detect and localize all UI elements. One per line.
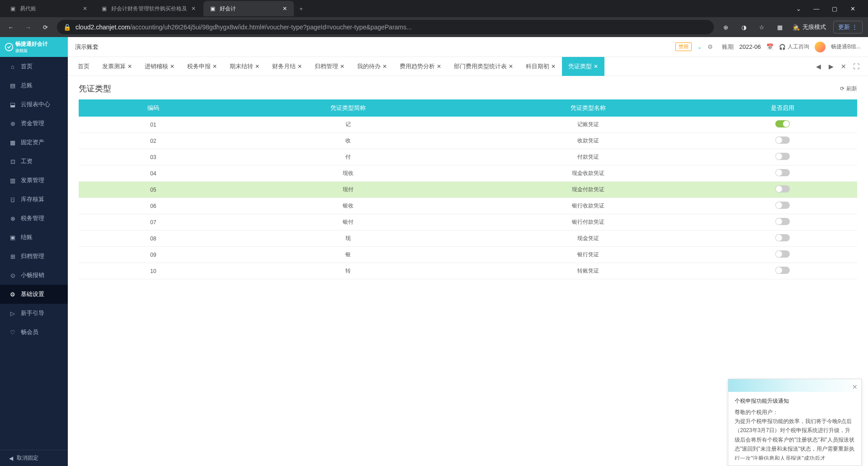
table-row: 02 收 收款凭证 xyxy=(79,133,857,149)
page-tab-0[interactable]: 首页 xyxy=(71,57,96,76)
tabs-prev-button[interactable]: ◀ xyxy=(814,62,823,71)
back-button[interactable]: ← xyxy=(5,22,16,33)
sidebar-item-money[interactable]: ⊛资金管理 xyxy=(0,114,68,133)
calendar-icon[interactable]: 📅 xyxy=(766,43,774,50)
tabs-close-all-button[interactable]: ✕ xyxy=(839,62,848,71)
zoom-icon[interactable]: ⊕ xyxy=(720,22,731,33)
sidebar-item-label: 归档管理 xyxy=(21,252,44,260)
page-tab-close-icon[interactable]: ✕ xyxy=(437,63,441,70)
page-tab-close-icon[interactable]: ✕ xyxy=(594,63,598,70)
page-tab-5[interactable]: 财务月结✕ xyxy=(266,57,308,76)
sidebar-item-tax[interactable]: ⊗税务管理 xyxy=(0,209,68,228)
page-tab-11[interactable]: 凭证类型✕ xyxy=(562,57,604,76)
disable-badge: 禁用 xyxy=(675,42,692,51)
consult-link[interactable]: 🎧 人工咨询 xyxy=(779,43,809,51)
page-tab-4[interactable]: 期末结转✕ xyxy=(223,57,266,76)
enable-toggle[interactable] xyxy=(775,218,790,225)
page-tab-label: 发票测算 xyxy=(102,62,126,71)
sidebar-item-report[interactable]: ⊙小畅报销 xyxy=(0,266,68,285)
reload-button[interactable]: ⟳ xyxy=(40,22,51,33)
tabs-fullscreen-button[interactable]: ⛶ xyxy=(852,62,861,71)
page-tab-close-icon[interactable]: ✕ xyxy=(382,63,387,70)
enable-toggle[interactable] xyxy=(775,202,790,209)
cell-enable xyxy=(708,263,857,279)
sidebar-item-archive[interactable]: ⊞归档管理 xyxy=(0,247,68,266)
page-tab-9[interactable]: 部门费用类型统计表✕ xyxy=(448,57,519,76)
enable-toggle[interactable] xyxy=(775,250,790,258)
page-tab-close-icon[interactable]: ✕ xyxy=(297,63,302,70)
enable-toggle[interactable] xyxy=(775,185,790,193)
cell-short: 现 xyxy=(228,231,468,247)
user-avatar[interactable] xyxy=(815,42,826,52)
pin-toggle[interactable]: ◀ 取消固定 xyxy=(0,450,68,466)
address-bar-icons: ⊕ ◑ ☆ ▦ 🕵 无痕模式 更新 ⋮ xyxy=(720,21,863,33)
minimize-button[interactable]: — xyxy=(812,4,821,13)
enable-toggle[interactable] xyxy=(775,169,790,176)
tax-icon: ⊗ xyxy=(9,215,16,222)
sidebar-item-vip[interactable]: ♡畅会员 xyxy=(0,323,68,342)
sidebar-item-close-book[interactable]: ▣结账 xyxy=(0,228,68,247)
page-tab-7[interactable]: 我的待办✕ xyxy=(351,57,393,76)
enable-toggle[interactable] xyxy=(775,120,790,127)
home-icon: ⌂ xyxy=(9,63,16,70)
tab-close-icon[interactable]: ✕ xyxy=(81,5,89,12)
close-window-button[interactable]: ✕ xyxy=(848,4,857,13)
page-tab-close-icon[interactable]: ✕ xyxy=(340,63,344,70)
notice-close-button[interactable]: ✕ xyxy=(852,382,858,393)
tab-title: 好会计财务管理软件购买价格及 xyxy=(111,5,187,13)
sidebar-item-home[interactable]: ⌂首页 xyxy=(0,57,68,76)
sidebar-item-label: 基础设置 xyxy=(21,290,44,298)
sidebar-item-chart[interactable]: ⬓云报表中心 xyxy=(0,95,68,114)
sidebar-item-salary[interactable]: ⊡工资 xyxy=(0,152,68,171)
page-tab-1[interactable]: 发票测算✕ xyxy=(96,57,138,76)
update-button[interactable]: 更新 ⋮ xyxy=(833,21,863,33)
extensions-icon[interactable]: ▦ xyxy=(774,22,785,33)
extension-icon[interactable]: ◑ xyxy=(738,22,749,33)
new-tab-button[interactable]: + xyxy=(295,2,307,15)
sidebar-item-label: 工资 xyxy=(21,157,33,165)
browser-tab-2[interactable]: ▣好会计✕ xyxy=(203,1,294,16)
enable-toggle[interactable] xyxy=(775,234,790,241)
enable-toggle[interactable] xyxy=(775,137,790,144)
guide-icon: ▷ xyxy=(9,310,16,317)
tab-close-icon[interactable]: ✕ xyxy=(190,5,197,12)
cell-short: 记 xyxy=(228,117,468,133)
sidebar-item-invoice[interactable]: ▥发票管理 xyxy=(0,171,68,190)
notice-body: 为提升个税申报功能的效率，我们将于今晚9点后（2023年3月7日）对个税申报系统… xyxy=(735,417,855,460)
sidebar-item-asset[interactable]: ▦固定资产 xyxy=(0,133,68,152)
tab-close-icon[interactable]: ✕ xyxy=(281,5,288,12)
sidebar-item-stock[interactable]: ⌼库存核算 xyxy=(0,190,68,209)
sidebar-item-guide[interactable]: ▷新手引导 xyxy=(0,304,68,323)
page-tab-close-icon[interactable]: ✕ xyxy=(255,63,259,70)
window-dropdown-icon[interactable]: ⌄ xyxy=(794,4,803,13)
page-tab-close-icon[interactable]: ✕ xyxy=(127,63,132,70)
url-input[interactable]: 🔒 cloud2.chanjet.com/accounting/uh26t264… xyxy=(57,20,714,34)
maximize-button[interactable]: ▢ xyxy=(830,4,839,13)
page-tab-8[interactable]: 费用趋势分析✕ xyxy=(393,57,448,76)
address-bar: ← → ⟳ 🔒 cloud2.chanjet.com/accounting/uh… xyxy=(0,17,868,37)
page-tab-close-icon[interactable]: ✕ xyxy=(551,63,556,70)
sidebar-item-settings[interactable]: ⚙基础设置 xyxy=(0,285,68,304)
page-tab-10[interactable]: 科目期初✕ xyxy=(519,57,562,76)
page-tab-6[interactable]: 归档管理✕ xyxy=(308,57,351,76)
cell-code: 10 xyxy=(79,263,228,279)
settings-icon[interactable]: ⚙ xyxy=(708,43,713,50)
tabs-next-button[interactable]: ▶ xyxy=(826,62,835,71)
page-tab-3[interactable]: 税务申报✕ xyxy=(181,57,223,76)
page-tab-close-icon[interactable]: ✕ xyxy=(509,63,513,70)
account-dropdown[interactable]: ⌄ xyxy=(697,43,702,50)
page-tab-2[interactable]: 进销稽核✕ xyxy=(138,57,181,76)
page-tab-close-icon[interactable]: ✕ xyxy=(170,63,175,70)
enable-toggle[interactable] xyxy=(775,267,790,274)
refresh-button[interactable]: ⟳ 刷新 xyxy=(840,85,857,93)
window-controls: ⌄ — ▢ ✕ xyxy=(787,4,864,13)
sidebar-menu: ⌂首页▤总账⬓云报表中心⊛资金管理▦固定资产⊡工资▥发票管理⌼库存核算⊗税务管理… xyxy=(0,57,68,450)
enable-toggle[interactable] xyxy=(775,153,790,160)
browser-tab-1[interactable]: ▣好会计财务管理软件购买价格及✕ xyxy=(95,1,203,16)
browser-tab-0[interactable]: ▣易代账✕ xyxy=(4,1,94,16)
forward-button[interactable]: → xyxy=(23,22,33,33)
page-tab-close-icon[interactable]: ✕ xyxy=(212,63,217,70)
sidebar-item-ledger[interactable]: ▤总账 xyxy=(0,76,68,95)
page-tab-label: 期末结转 xyxy=(230,62,253,71)
bookmark-icon[interactable]: ☆ xyxy=(756,22,767,33)
